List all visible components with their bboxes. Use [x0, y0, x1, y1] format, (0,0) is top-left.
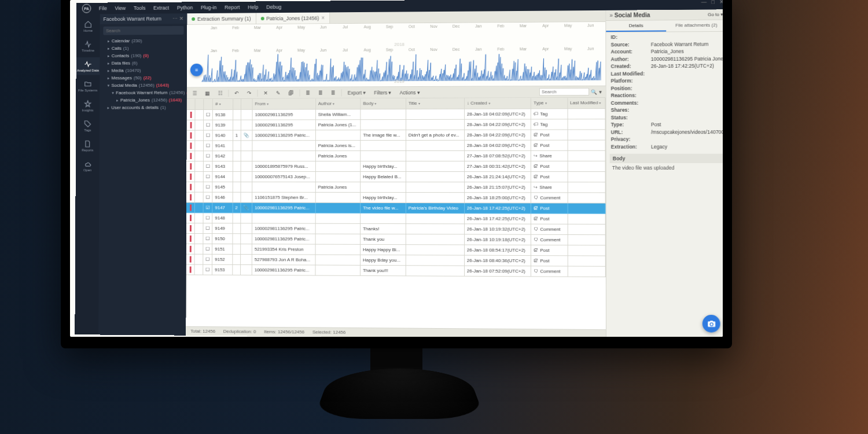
details-panel: » Social Media Go to ▾ Details File atta… — [605, 9, 723, 337]
tool-list1-icon[interactable]: ≣ — [303, 89, 312, 96]
tree-node[interactable]: ▾Social Media (12456) (1643) — [100, 82, 187, 89]
tool-undo-icon[interactable]: ↶ — [232, 90, 241, 97]
table-row[interactable]: ☐ 9145 Patricia Jones 26-Jan-18 21:15:07… — [186, 182, 605, 193]
screenshot-fab-button[interactable] — [703, 315, 720, 333]
tool-card-icon[interactable]: ▦ — [203, 90, 212, 97]
column-header[interactable]: From ▾ — [252, 99, 315, 109]
detail-key: URL: — [611, 129, 649, 135]
tree-node[interactable]: ▸Media (10470) — [100, 67, 187, 75]
filters-button[interactable]: Filters ▾ — [372, 89, 393, 96]
status-selected: Selected: 12456 — [312, 329, 345, 334]
tool-view-icon[interactable]: ☷ — [216, 90, 225, 97]
menu-file[interactable]: File — [99, 5, 107, 11]
tree-search-input[interactable] — [103, 26, 183, 35]
detail-value — [651, 92, 723, 98]
detail-key: Shares: — [611, 107, 649, 113]
column-header[interactable] — [195, 99, 203, 109]
rail-tags[interactable]: Tags — [76, 117, 100, 135]
tree-node[interactable]: ▸User accounts & details (1) — [100, 104, 187, 111]
tree-node[interactable]: ▸Calls (1) — [100, 44, 187, 52]
window-controls[interactable]: —□✕ — [701, 0, 723, 5]
column-header[interactable]: Body ▾ — [361, 98, 406, 109]
menu-view[interactable]: View — [115, 5, 126, 11]
column-header[interactable]: # ▾ — [213, 99, 233, 109]
detail-value: Legacy — [651, 144, 723, 149]
menu-plugin[interactable]: Plug-in — [201, 5, 216, 10]
table-row[interactable]: ☐ 9149 100002981136295 Patric... Thanks!… — [186, 223, 605, 234]
rail-open[interactable]: Open — [76, 157, 100, 175]
rail-insights[interactable]: Insights — [76, 97, 100, 115]
table-row[interactable]: ☐ 9138 100002981136295 Sheila William...… — [187, 108, 605, 120]
table-row[interactable]: ☐ 9146 1106151875 Stephen Br... Happy bi… — [186, 192, 605, 203]
source-tree: Facebook Warrant Return ⋯ ✕ ▸Calendar (2… — [98, 13, 187, 336]
menu-help[interactable]: Help — [248, 4, 258, 10]
table-row[interactable]: ☐ 9140 1 📎 100002981136295 Patric... The… — [187, 129, 605, 140]
search-options-icon[interactable]: ▾ — [599, 89, 602, 94]
table-row[interactable]: ☐ 9144 100000076575143 Josep... Happy Be… — [186, 171, 605, 182]
tool-redo-icon[interactable]: ↷ — [245, 90, 254, 97]
rail-analyzed-data[interactable]: Analyzed Data — [76, 57, 100, 75]
column-header[interactable] — [187, 99, 195, 109]
grid-search-input[interactable] — [539, 88, 589, 95]
column-header[interactable]: Type ▾ — [531, 98, 568, 108]
tool-list3-icon[interactable]: ≣ — [329, 89, 338, 96]
detail-value — [651, 84, 723, 91]
detail-key: Account: — [611, 49, 649, 54]
column-header[interactable] — [233, 99, 241, 109]
tree-node[interactable]: ▸Calendar (230) — [100, 37, 187, 45]
rail-home[interactable]: Home — [76, 17, 100, 35]
menu-python[interactable]: Python — [177, 5, 193, 10]
table-row[interactable]: ☐ 9142 Patricia Jones 27-Jan-18 07:08:52… — [187, 150, 606, 161]
data-grid[interactable]: # ▾From ▾Author ▾Body ▾Title ▾↓ Created … — [186, 98, 605, 329]
timeline-chart[interactable]: JanFebMarAprMayJunJulAugSepOctNovDecJanF… — [187, 22, 605, 87]
column-header[interactable]: Title ▾ — [406, 98, 464, 109]
menu-report[interactable]: Report — [225, 5, 240, 10]
menu-debug[interactable]: Debug — [266, 4, 281, 10]
rail-timeline[interactable]: Timeline — [76, 38, 100, 56]
tool-edit-icon[interactable]: ✎ — [274, 89, 283, 96]
table-row[interactable]: ☐ 9143 100001895875979 Russ... Happy bir… — [186, 161, 605, 171]
menu-tools[interactable]: Tools — [134, 5, 145, 11]
tool-close-icon[interactable]: ✕ — [261, 89, 270, 96]
export-button[interactable]: Export ▾ — [345, 89, 369, 96]
tool-copy-icon[interactable]: 🗐 — [286, 89, 296, 96]
table-row[interactable]: ☑ 9147 2 📎 100002981136295 Patric... The… — [186, 202, 605, 213]
column-header[interactable]: ↓ Created ▾ — [464, 98, 531, 108]
tab-details[interactable]: Details — [606, 20, 666, 32]
tool-table-icon[interactable]: ☰ — [190, 90, 200, 97]
timeline-fab-button[interactable]: ≡ — [190, 64, 203, 76]
tree-node[interactable]: ▸Patricia_Jones (12456) (1643) — [100, 96, 187, 104]
tab-file-attachments[interactable]: File attachments (2) — [666, 20, 723, 32]
detail-value: 100002981136295 Patricia Jones — [651, 56, 723, 62]
menu-extract[interactable]: Extract — [153, 5, 169, 11]
table-row[interactable]: ☐ 9148 26-Jan-18 17:42:25(UTC+2) 🖅Post — [186, 212, 605, 224]
detail-key: Status: — [611, 114, 649, 120]
table-row[interactable]: ☐ 9139 100002981136295 Patricia Jones (1… — [187, 119, 605, 130]
content-tab[interactable]: Patricia_Jones (12456)× — [256, 12, 330, 24]
grid-toolbar: ☰ ▦ ☷ ↶ ↷ ✕ ✎ 🗐 ≣ ≣ ≣ Export ▾ Filters ▾… — [187, 86, 606, 100]
tool-list2-icon[interactable]: ≣ — [316, 89, 325, 96]
column-header[interactable] — [203, 99, 212, 109]
tree-node[interactable]: ▸Messages (50) (22) — [100, 74, 187, 82]
camera-icon — [707, 319, 715, 328]
rail-reports[interactable]: Reports — [76, 137, 100, 155]
rail-file-systems[interactable]: File Systems — [76, 77, 100, 95]
table-row[interactable]: ☐ 9141 Patricia Jones is... 28-Jan-18 04… — [187, 140, 605, 151]
column-header[interactable] — [241, 99, 252, 109]
content-tab[interactable]: Extraction Summary (1) — [187, 13, 256, 24]
detail-key: Author: — [611, 56, 649, 62]
actions-button[interactable]: Actions ▾ — [398, 89, 422, 95]
tree-node[interactable]: ▸Data files (6) — [100, 59, 187, 67]
search-icon[interactable]: 🔍 — [591, 89, 597, 94]
detail-key: Reactions: — [611, 93, 649, 98]
goto-button[interactable]: Go to ▾ — [708, 12, 723, 17]
tree-node[interactable]: ▸Contacts (190) (0) — [100, 52, 187, 60]
table-row[interactable]: ☐ 9153 100002981136295 Patric... Thank y… — [186, 264, 606, 277]
body-text: The video file was uploaded — [606, 163, 723, 172]
column-header[interactable]: Last Modified ▾ — [568, 98, 605, 108]
tree-menu-icon[interactable]: ⋯ ✕ — [172, 16, 183, 21]
detail-key: Comments: — [611, 100, 649, 105]
column-header[interactable]: Author ▾ — [315, 98, 361, 109]
timeline-year-1: 2018 — [394, 42, 404, 47]
tree-node[interactable]: ▾Facebook Warrant Return (12456) (1643) — [100, 89, 187, 97]
